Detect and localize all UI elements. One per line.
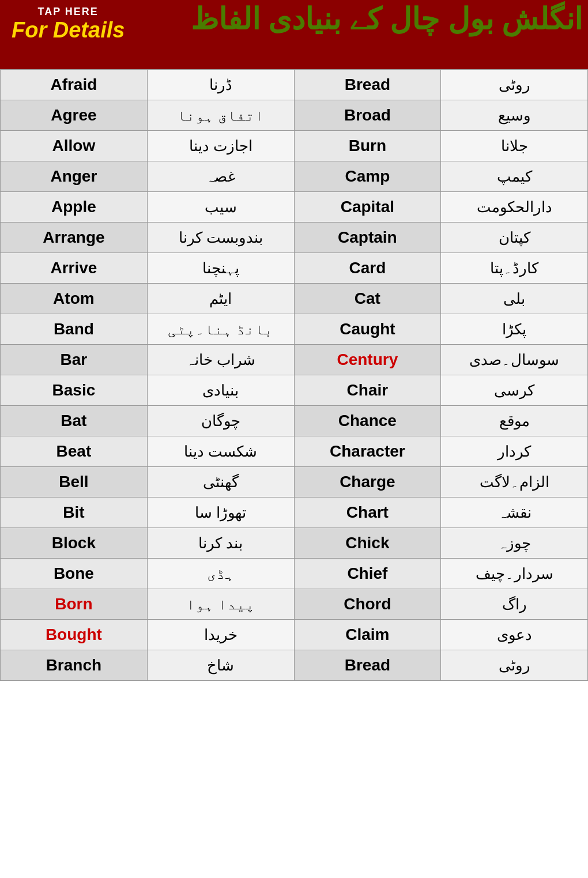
urdu-translation-left: شاخ: [147, 650, 294, 681]
table-row: Bitتھوڑا ساChartنقشہ: [1, 498, 588, 528]
english-word-left: Branch: [1, 650, 148, 681]
table-row: Barشراب خانہCenturyسوسال۔صدی: [1, 345, 588, 375]
english-word-right: Bread: [294, 70, 441, 100]
english-word-right: Century: [294, 345, 441, 375]
english-word-right: Burn: [294, 131, 441, 161]
english-word-left: Anger: [1, 161, 148, 192]
urdu-translation-right: دارالحکومت: [441, 192, 588, 223]
table-row: Allowاجازت دیناBurnجلانا: [1, 131, 588, 161]
for-details-label[interactable]: For Details: [12, 18, 125, 43]
urdu-translation-left: ڈرنا: [147, 70, 294, 100]
urdu-translation-left: تھوڑا سا: [147, 498, 294, 528]
urdu-translation-right: وسیع: [441, 100, 588, 131]
table-row: AngerغصہCampکیمپ: [1, 161, 588, 192]
english-word-left: Bone: [1, 559, 148, 589]
table-row: Bornپیدا ہواChordراگ: [1, 589, 588, 620]
table-row: Arrangeبندوبست کرناCaptainکپتان: [1, 223, 588, 253]
english-word-right: Chord: [294, 589, 441, 620]
table-row: AfraidڈرناBreadروٹی: [1, 70, 588, 100]
urdu-translation-left: غصہ: [147, 161, 294, 192]
english-word-right: Chart: [294, 498, 441, 528]
english-word-left: Agree: [1, 100, 148, 131]
english-word-left: Beat: [1, 436, 148, 467]
table-row: AtomایٹمCatبلی: [1, 284, 588, 314]
urdu-translation-left: اجازت دینا: [147, 131, 294, 161]
urdu-translation-left: پیدا ہوا: [147, 589, 294, 620]
urdu-translation-right: چوزہ: [441, 528, 588, 559]
urdu-translation-left: بند کرنا: [147, 528, 294, 559]
urdu-translation-right: سوسال۔صدی: [441, 345, 588, 375]
english-word-left: Bell: [1, 467, 148, 498]
urdu-translation-right: کردار: [441, 436, 588, 467]
urdu-translation-left: چوگان: [147, 406, 294, 436]
urdu-translation-left: خریدا: [147, 620, 294, 650]
english-word-left: Arrive: [1, 253, 148, 284]
table-row: BoughtخریداClaimدعوی: [1, 620, 588, 650]
header-urdu-block: انگلش بول چال کے بنیادی الفاظ: [191, 3, 582, 36]
english-word-left: Band: [1, 314, 148, 345]
urdu-translation-right: کرسی: [441, 375, 588, 406]
english-word-right: Bread: [294, 650, 441, 681]
header-text-block[interactable]: TAP HERE For Details: [12, 6, 125, 43]
table-row: Beatشکست دیناCharacterکردار: [1, 436, 588, 467]
table-row: Bandبانڈ ہنا۔پٹیCaughtپکڑا: [1, 314, 588, 345]
english-word-left: Bit: [1, 498, 148, 528]
urdu-translation-left: بانڈ ہنا۔پٹی: [147, 314, 294, 345]
urdu-translation-right: الزام۔لاگت: [441, 467, 588, 498]
table-row: Blockبند کرناChickچوزہ: [1, 528, 588, 559]
english-word-right: Chief: [294, 559, 441, 589]
urdu-translation-left: اتفاق ہونا: [147, 100, 294, 131]
english-word-right: Charge: [294, 467, 441, 498]
urdu-translation-right: جلانا: [441, 131, 588, 161]
english-word-left: Block: [1, 528, 148, 559]
table-row: Agreeاتفاق ہوناBroadوسیع: [1, 100, 588, 131]
english-word-left: Allow: [1, 131, 148, 161]
table-row: ArriveپہنچناCardکارڈ۔پتا: [1, 253, 588, 284]
english-word-left: Born: [1, 589, 148, 620]
table-row: BoneہڈیChiefسردار۔چیف: [1, 559, 588, 589]
table-row: BatچوگانChanceموقع: [1, 406, 588, 436]
english-word-right: Caught: [294, 314, 441, 345]
english-word-left: Arrange: [1, 223, 148, 253]
vocabulary-table-container: AfraidڈرناBreadروٹیAgreeاتفاق ہوناBroadو…: [0, 69, 588, 681]
urdu-translation-right: بلی: [441, 284, 588, 314]
english-word-left: Bar: [1, 345, 148, 375]
urdu-translation-left: ایٹم: [147, 284, 294, 314]
urdu-translation-right: موقع: [441, 406, 588, 436]
urdu-title: انگلش بول چال کے بنیادی الفاظ: [191, 2, 582, 36]
table-row: BasicبنیادیChairکرسی: [1, 375, 588, 406]
table-row: BellگھنٹیChargeالزام۔لاگت: [1, 467, 588, 498]
urdu-translation-right: روٹی: [441, 650, 588, 681]
english-word-left: Afraid: [1, 70, 148, 100]
urdu-translation-right: دعوی: [441, 620, 588, 650]
english-word-left: Atom: [1, 284, 148, 314]
urdu-translation-right: نقشہ: [441, 498, 588, 528]
urdu-translation-right: کارڈ۔پتا: [441, 253, 588, 284]
english-word-right: Cat: [294, 284, 441, 314]
urdu-translation-left: شکست دینا: [147, 436, 294, 467]
urdu-translation-right: کپتان: [441, 223, 588, 253]
english-word-right: Card: [294, 253, 441, 284]
urdu-translation-right: کیمپ: [441, 161, 588, 192]
header: TAP HERE For Details انگلش بول چال کے بن…: [0, 0, 588, 69]
urdu-translation-right: سردار۔چیف: [441, 559, 588, 589]
urdu-translation-left: پہنچنا: [147, 253, 294, 284]
english-word-right: Chance: [294, 406, 441, 436]
english-word-left: Apple: [1, 192, 148, 223]
english-word-right: Character: [294, 436, 441, 467]
urdu-translation-left: سیب: [147, 192, 294, 223]
table-row: BranchشاخBreadروٹی: [1, 650, 588, 681]
urdu-translation-left: بندوبست کرنا: [147, 223, 294, 253]
table-row: AppleسیبCapitalدارالحکومت: [1, 192, 588, 223]
tap-here-label[interactable]: TAP HERE: [12, 6, 125, 18]
english-word-right: Capital: [294, 192, 441, 223]
urdu-translation-left: گھنٹی: [147, 467, 294, 498]
urdu-translation-right: روٹی: [441, 70, 588, 100]
english-word-right: Broad: [294, 100, 441, 131]
vocabulary-table: AfraidڈرناBreadروٹیAgreeاتفاق ہوناBroadو…: [0, 69, 588, 681]
english-word-left: Bat: [1, 406, 148, 436]
english-word-right: Claim: [294, 620, 441, 650]
urdu-translation-left: شراب خانہ: [147, 345, 294, 375]
english-word-right: Camp: [294, 161, 441, 192]
urdu-translation-right: پکڑا: [441, 314, 588, 345]
